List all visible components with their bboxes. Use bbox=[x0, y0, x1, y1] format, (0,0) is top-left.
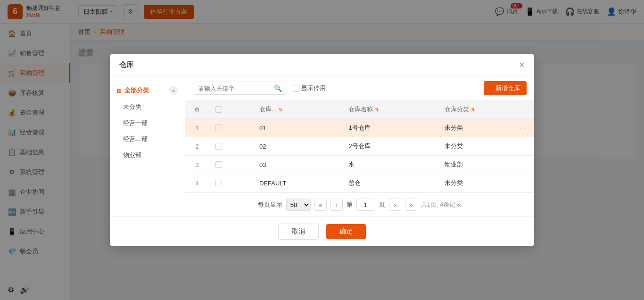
per-page-select[interactable]: 50 10 20 100 bbox=[286, 199, 311, 211]
row-category: 未分类 bbox=[438, 137, 534, 155]
add-warehouse-button[interactable]: + 新增仓库 bbox=[484, 81, 527, 95]
row-code: 03 bbox=[253, 156, 342, 174]
row-name: 1号仓库 bbox=[342, 119, 438, 137]
category-dept1[interactable]: 经营一部 bbox=[110, 115, 185, 131]
show-disabled-label: 显示停用 bbox=[301, 84, 326, 92]
show-disabled-toggle: 显示停用 bbox=[293, 84, 326, 92]
row-code: DEFAULT bbox=[253, 174, 342, 192]
last-page-button[interactable]: » bbox=[405, 199, 417, 211]
search-input[interactable] bbox=[198, 85, 274, 92]
collapse-button[interactable]: « bbox=[169, 86, 178, 95]
cancel-button[interactable]: 取消 bbox=[278, 224, 319, 240]
col-category: 仓库分类 ⇅ bbox=[438, 100, 534, 119]
show-disabled-checkbox[interactable] bbox=[293, 85, 299, 92]
row-code: 02 bbox=[253, 137, 342, 156]
modal-title: 仓库 bbox=[119, 60, 133, 69]
row-num: 4 bbox=[185, 174, 209, 192]
modal-close-button[interactable]: ✕ bbox=[519, 60, 525, 69]
pagination: 每页显示 50 10 20 100 « ‹ 第 页 › » 共1页, 4条记录 bbox=[185, 192, 534, 217]
row-category: 物业部 bbox=[438, 156, 534, 174]
search-box: 🔍 bbox=[193, 82, 287, 95]
category-unclassified[interactable]: 未分类 bbox=[110, 99, 185, 115]
sort-icon-name: ⇅ bbox=[375, 107, 379, 112]
col-gear-icon: ⚙ bbox=[194, 106, 200, 113]
table-row[interactable]: 2 02 2号仓库 未分类 bbox=[185, 137, 534, 156]
search-icon[interactable]: 🔍 bbox=[274, 84, 282, 92]
row-checkbox-cell bbox=[209, 174, 253, 192]
row-checkbox-cell bbox=[209, 119, 253, 137]
prev-page-button[interactable]: ‹ bbox=[330, 199, 343, 211]
row-checkbox-cell bbox=[209, 137, 253, 156]
row-name: 水 bbox=[342, 156, 438, 174]
row-num: 1 bbox=[185, 119, 209, 137]
row-category: 未分类 bbox=[438, 174, 534, 192]
page-label: 第 bbox=[347, 200, 353, 209]
col-name: 仓库名称 ⇅ bbox=[342, 100, 438, 119]
row-name: 总仓 bbox=[342, 174, 438, 192]
category-dept2[interactable]: 经营二部 bbox=[110, 131, 185, 147]
total-info: 共1页, 4条记录 bbox=[421, 200, 462, 209]
col-checkbox-header bbox=[209, 100, 253, 119]
next-page-button[interactable]: › bbox=[389, 199, 401, 211]
row-num: 2 bbox=[185, 137, 209, 156]
modal-header: 仓库 ✕ bbox=[110, 54, 534, 76]
row-checkbox[interactable] bbox=[215, 180, 222, 186]
confirm-button[interactable]: 确定 bbox=[326, 224, 366, 239]
warehouse-table: ⚙ 仓库... ⇅ bbox=[185, 100, 534, 192]
row-more-icon[interactable]: ··· bbox=[520, 125, 528, 132]
col-code: 仓库... ⇅ bbox=[253, 100, 342, 119]
row-checkbox-cell bbox=[209, 156, 253, 174]
category-panel: ⊞ 全部分类 « 未分类 经营一部 经营二部 物业部 bbox=[110, 76, 185, 217]
sort-icon-category: ⇅ bbox=[471, 107, 475, 112]
page-number-input[interactable] bbox=[356, 199, 375, 211]
modal-footer: 取消 确定 bbox=[110, 217, 534, 246]
category-property[interactable]: 物业部 bbox=[110, 147, 185, 163]
row-checkbox[interactable] bbox=[215, 125, 222, 131]
table-row[interactable]: 4 DEFAULT 总仓 未分类 bbox=[185, 174, 534, 192]
first-page-button[interactable]: « bbox=[314, 199, 327, 211]
toolbar: 🔍 显示停用 + 新增仓库 bbox=[185, 76, 534, 100]
all-categories[interactable]: ⊞ 全部分类 « bbox=[110, 82, 185, 99]
warehouse-modal: 仓库 ✕ ⊞ 全部分类 « 未分类 经营一部 经营二部 物业部 bbox=[110, 54, 534, 246]
per-page-label: 每页显示 bbox=[258, 200, 282, 209]
select-all-checkbox[interactable] bbox=[215, 106, 222, 113]
table-panel: 🔍 显示停用 + 新增仓库 ⚙ bbox=[185, 76, 534, 217]
page-unit: 页 bbox=[379, 200, 385, 209]
col-settings: ⚙ bbox=[185, 100, 209, 119]
grid-icon: ⊞ bbox=[116, 87, 122, 94]
table-row[interactable]: 3 03 水 物业部 bbox=[185, 156, 534, 174]
all-categories-label: 全部分类 bbox=[124, 86, 149, 95]
row-checkbox[interactable] bbox=[215, 143, 222, 150]
row-checkbox[interactable] bbox=[215, 161, 222, 168]
row-category: 未分类 ··· bbox=[438, 119, 534, 137]
table-row[interactable]: 1 01 1号仓库 未分类 ··· bbox=[185, 119, 534, 137]
sort-icon-code: ⇅ bbox=[279, 107, 282, 112]
row-num: 3 bbox=[185, 156, 209, 174]
row-name: 2号仓库 bbox=[342, 137, 438, 156]
modal-body: ⊞ 全部分类 « 未分类 经营一部 经营二部 物业部 🔍 bbox=[110, 76, 534, 217]
row-code: 01 bbox=[253, 119, 342, 137]
